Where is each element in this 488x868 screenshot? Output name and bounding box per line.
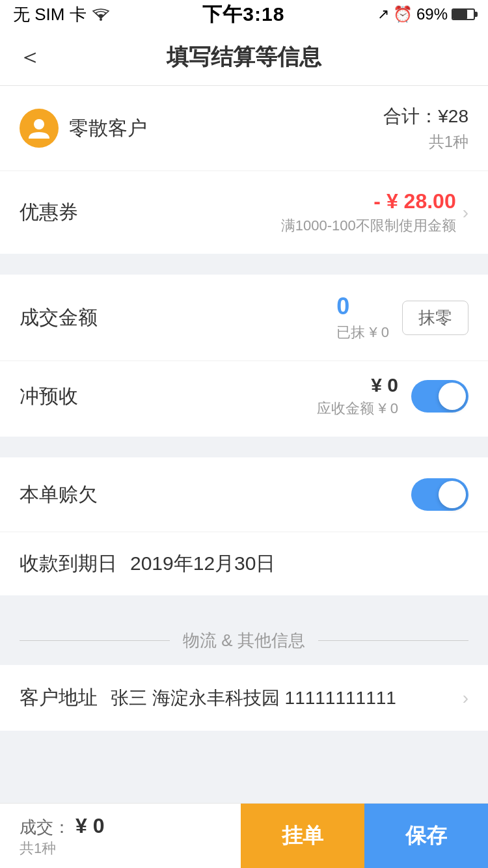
coupon-amount: - ¥ 28.00 (281, 189, 456, 213)
carrier-text: 无 SIM 卡 (13, 3, 87, 26)
total-amount: 合计：¥28 (383, 104, 468, 129)
debt-toggle[interactable] (411, 478, 468, 511)
pre-amount: ¥ 0 (317, 374, 398, 396)
round-button[interactable]: 抹零 (402, 301, 468, 335)
chevron-right-icon: › (463, 202, 468, 223)
due-date-value[interactable]: 2019年12月30日 (130, 550, 275, 577)
pending-button[interactable]: 挂单 (241, 804, 364, 868)
battery-icon (452, 8, 475, 20)
coupon-label: 优惠券 (20, 199, 78, 226)
transaction-row: 成交金额 0 已抹 ¥ 0 抹零 (0, 275, 488, 360)
transaction-label: 成交金额 (20, 305, 98, 331)
bottom-count: 共1种 (20, 839, 221, 858)
customer-section: 零散客户 合计：¥28 共1种 优惠券 - ¥ 28.00 满1000-100不… (0, 86, 488, 254)
prereceive-toggle[interactable] (411, 380, 468, 413)
transaction-sub: 已抹 ¥ 0 (336, 323, 389, 342)
alarm-icon: ⏰ (393, 5, 413, 23)
prereceive-row: 冲预收 ¥ 0 应收金额 ¥ 0 (0, 360, 488, 437)
customer-name: 零散客户 (69, 115, 147, 142)
coupon-info: - ¥ 28.00 满1000-100不限制使用金额 (281, 189, 456, 236)
address-value: 张三 海淀永丰科技园 11111111111 (111, 686, 463, 711)
prereceive-amounts: ¥ 0 应收金额 ¥ 0 (317, 374, 398, 418)
save-button[interactable]: 保存 (364, 804, 488, 868)
bottom-left: 成交： ¥ 0 共1种 (0, 804, 241, 868)
section-divider-1 (0, 264, 488, 275)
total-count: 共1种 (383, 131, 468, 152)
prereceive-right: ¥ 0 应收金额 ¥ 0 (317, 374, 468, 418)
transaction-section: 成交金额 0 已抹 ¥ 0 抹零 冲预收 ¥ 0 应收金额 ¥ 0 (0, 275, 488, 437)
due-date-label: 收款到期日 (20, 550, 117, 577)
debt-label: 本单赊欠 (20, 481, 98, 508)
svg-point-0 (100, 18, 102, 21)
coupon-row[interactable]: 优惠券 - ¥ 28.00 满1000-100不限制使用金额 › (0, 170, 488, 254)
customer-left: 零散客户 (20, 109, 147, 148)
main-content: 零散客户 合计：¥28 共1种 优惠券 - ¥ 28.00 满1000-100不… (0, 86, 488, 858)
svg-point-1 (34, 119, 44, 129)
address-section: 客户地址 张三 海淀永丰科技园 11111111111 › (0, 665, 488, 731)
page-title: 填写结算等信息 (167, 42, 321, 72)
debt-section: 本单赊欠 收款到期日 2019年12月30日 (0, 457, 488, 595)
transaction-right: 0 已抹 ¥ 0 抹零 (336, 293, 468, 342)
battery-percentage: 69% (416, 5, 448, 23)
status-left: 无 SIM 卡 (13, 3, 110, 26)
logistics-line-left (20, 640, 170, 641)
status-time: 下午3:18 (202, 1, 284, 28)
transaction-value-block: 0 已抹 ¥ 0 (336, 293, 389, 342)
bottom-deal-label: 成交： (20, 816, 70, 839)
debt-row: 本单赊欠 (0, 457, 488, 532)
avatar (20, 109, 59, 148)
address-row[interactable]: 客户地址 张三 海淀永丰科技园 11111111111 › (0, 665, 488, 731)
prereceive-label: 冲预收 (20, 383, 78, 410)
location-icon: ↗ (377, 6, 389, 23)
logistics-header: 物流 & 其他信息 (0, 616, 488, 665)
coupon-right: - ¥ 28.00 满1000-100不限制使用金额 › (281, 189, 468, 236)
debt-toggle-knob (439, 481, 466, 508)
section-divider-3 (0, 606, 488, 616)
toggle-knob (439, 383, 466, 410)
due-date-row: 收款到期日 2019年12月30日 (0, 532, 488, 595)
person-icon (26, 115, 52, 141)
bottom-bar: 成交： ¥ 0 共1种 挂单 保存 (0, 803, 488, 868)
address-label: 客户地址 (20, 685, 98, 711)
transaction-value[interactable]: 0 (336, 293, 389, 320)
pre-sub: 应收金额 ¥ 0 (317, 399, 398, 418)
status-right: ↗ ⏰ 69% (377, 5, 475, 23)
customer-row: 零散客户 合计：¥28 共1种 (0, 86, 488, 170)
section-divider-2 (0, 447, 488, 457)
status-bar: 无 SIM 卡 下午3:18 ↗ ⏰ 69% (0, 0, 488, 29)
logistics-text: 物流 & 其他信息 (170, 629, 318, 652)
nav-bar: ＜ 填写结算等信息 (0, 29, 488, 86)
address-chevron-icon: › (463, 688, 468, 709)
logistics-line-right (318, 640, 468, 641)
coupon-desc: 满1000-100不限制使用金额 (281, 216, 456, 236)
back-button[interactable]: ＜ (18, 41, 42, 73)
customer-right: 合计：¥28 共1种 (383, 104, 468, 152)
wifi-icon (92, 8, 110, 21)
bottom-amount: ¥ 0 (75, 814, 104, 838)
